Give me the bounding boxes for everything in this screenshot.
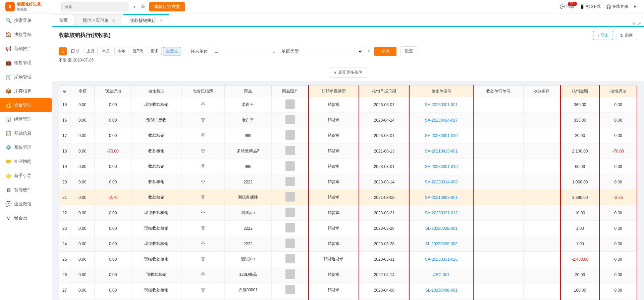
sidebar-item-wechat[interactable]: 💬 企业微信 bbox=[0, 197, 52, 211]
th-settings: ⚙ bbox=[59, 86, 70, 97]
doc-no-link[interactable]: SA-20210808-001 bbox=[425, 195, 458, 200]
doc-no-link[interactable]: SL-20230328-002 bbox=[425, 242, 458, 246]
voucher-type-select[interactable] bbox=[303, 47, 363, 56]
user-area[interactable]: Rit bbox=[634, 4, 639, 9]
table-row: 20 0.00 0.00 收款核销 否 2222 销货单 2023-03-14 … bbox=[59, 174, 637, 190]
table-row: 16 0.00 0.00 预付冲应收 否 老白干 销货单 2023-04-14 … bbox=[59, 113, 637, 128]
gear-icon[interactable]: ⚙ bbox=[141, 3, 145, 10]
doc-no-link[interactable]: SA-20230301-010 bbox=[425, 133, 458, 138]
date-custom-button[interactable]: 自定义 bbox=[163, 47, 181, 55]
td-balance: 0.00 bbox=[70, 236, 95, 252]
online-service-link[interactable]: 🎧 在线客服 bbox=[606, 4, 628, 9]
date-btn-more[interactable]: 更多 bbox=[148, 47, 162, 55]
doc-no-link[interactable]: SA-20230301-001 bbox=[425, 102, 458, 107]
td-cash-discount: 0.00 bbox=[95, 298, 131, 300]
td-doc-no[interactable]: ABC-001 bbox=[409, 267, 473, 283]
th-cash-discount: 现金折扣 bbox=[95, 86, 131, 97]
td-doc-no[interactable]: SA-20230301-010 bbox=[409, 159, 473, 174]
td-doc-no[interactable]: SA-20230331-026 bbox=[409, 252, 473, 267]
sidebar-item-finance[interactable]: 💰 资金管理 bbox=[0, 98, 52, 112]
query-button[interactable]: 查询 bbox=[374, 47, 396, 56]
sidebar-item-business[interactable]: 📊 经营管理 bbox=[0, 112, 52, 126]
search-input-top[interactable] bbox=[61, 2, 128, 11]
td-doc-no[interactable]: SA-20210808-001 bbox=[409, 190, 473, 205]
doc-no-link[interactable]: SL-20230328-001 bbox=[425, 226, 458, 231]
td-doc-no[interactable]: SA-20230414-017 bbox=[409, 113, 473, 128]
sidebar-item-hardware[interactable]: 🖥 智能硬件 bbox=[0, 183, 52, 197]
settings-button[interactable]: 设置 bbox=[400, 46, 417, 56]
td-doc-no[interactable]: SA-20230314-008 bbox=[409, 174, 473, 190]
date-btn-this-month[interactable]: 本月 bbox=[99, 47, 113, 55]
refresh-button[interactable]: ↻ 刷新 bbox=[616, 31, 637, 40]
doc-no-link[interactable]: ABC-001 bbox=[433, 272, 449, 277]
filter-expand-button[interactable]: » bbox=[59, 47, 67, 55]
td-doc-date: 2023-03-01 bbox=[359, 97, 409, 113]
doc-no-link[interactable]: SA-20230301-010 bbox=[425, 164, 458, 169]
td-cash-discount: 0.00 bbox=[95, 205, 131, 221]
td-discount: 0.00 bbox=[599, 252, 637, 267]
td-doc-no[interactable]: SA-20230301-010 bbox=[409, 128, 473, 143]
sidebar-item-search[interactable]: 🔍 搜索菜单 bbox=[0, 13, 52, 28]
td-doc-date: 2023-03-31 bbox=[359, 252, 409, 267]
doc-no-link[interactable]: SA-20230321-012 bbox=[425, 211, 458, 215]
sidebar-label-hardware: 智能硬件 bbox=[14, 187, 32, 193]
td-goods-img bbox=[271, 252, 309, 267]
td-amount: 1,000.00 bbox=[560, 174, 599, 190]
tab-collection-close[interactable]: ✕ bbox=[159, 18, 162, 23]
td-doc-no[interactable]: SL-20230328-001 bbox=[409, 221, 473, 236]
sidebar-item-guide[interactable]: 🌟 新手引导 bbox=[0, 169, 52, 183]
notification-area[interactable]: 💬 消息 99+ bbox=[560, 4, 574, 9]
expand-conditions-button[interactable]: ∨ 展开更多条件 bbox=[329, 67, 367, 78]
td-goods-img bbox=[271, 97, 309, 113]
doc-no-link[interactable]: SL-20230408-001 bbox=[425, 288, 458, 293]
td-include-settled: 否 bbox=[181, 267, 224, 283]
sidebar-item-basic[interactable]: 📋 基础信息 bbox=[0, 126, 52, 140]
brand-name: 畅捷通好生意 bbox=[17, 1, 41, 7]
tab-prepay-close[interactable]: ✕ bbox=[112, 18, 115, 23]
sidebar-item-purchase[interactable]: 🛒 采购管理 bbox=[0, 70, 52, 84]
table-row: 15 0.00 0.00 现结收款核销 否 老白干 销货单 2023-03-01… bbox=[59, 97, 637, 113]
tab-close-icon[interactable]: ✕ bbox=[632, 21, 636, 26]
tab-home-label: 首页 bbox=[59, 17, 68, 24]
tab-prepay[interactable]: 预付冲应付单 ✕ bbox=[75, 14, 122, 26]
td-receipt-no bbox=[473, 252, 523, 267]
td-receipt-no bbox=[473, 190, 523, 205]
td-doc-type: 销货单 bbox=[309, 97, 359, 113]
tab-collection[interactable]: 收款核销执行 ✕ bbox=[123, 14, 169, 26]
date-range-group: 上月 本月 本年 近7天 更多 自定义 bbox=[84, 47, 181, 55]
sidebar-item-sales[interactable]: 💼 销售管理 bbox=[0, 56, 52, 70]
export-button[interactable]: ↑ 导出 bbox=[593, 31, 613, 40]
sidebar-item-collab[interactable]: 🤝 企业协同 bbox=[0, 155, 52, 169]
sidebar-item-quicknav[interactable]: 🏠 快捷导航 bbox=[0, 28, 52, 42]
counterparty-input[interactable] bbox=[212, 47, 268, 56]
td-doc-no[interactable]: SA-20230321-012 bbox=[409, 205, 473, 221]
main-content: 首页 预付冲应付单 ✕ 收款核销执行 ✕ ✕ ⤢ 收款核销执行(按收款) bbox=[52, 13, 644, 300]
td-doc-no[interactable]: SL-20230408-001 bbox=[409, 283, 473, 298]
tab-home[interactable]: 首页 bbox=[52, 14, 75, 26]
date-btn-7days[interactable]: 近7天 bbox=[130, 47, 146, 55]
solution-button[interactable]: 体验行业方案 bbox=[149, 2, 185, 11]
td-discount: 0.00 bbox=[599, 174, 637, 190]
td-doc-type: 销货退货单 bbox=[309, 252, 359, 267]
app-download-link[interactable]: 📱 App下载 bbox=[580, 4, 601, 9]
sidebar-item-marketing[interactable]: 📢 营销推广 bbox=[0, 42, 52, 56]
doc-no-link[interactable]: SA-20230314-008 bbox=[425, 180, 458, 184]
date-btn-this-year[interactable]: 本年 bbox=[114, 47, 128, 55]
td-doc-no[interactable]: SA-20210813-001 bbox=[409, 143, 473, 159]
td-doc-date: 2021-08-08 bbox=[359, 190, 409, 205]
td-goods: 测试jun bbox=[224, 205, 271, 221]
table-scroll[interactable]: ⚙ 余额 现金折扣 核销类型 包含已结清 商品 商品图片 核销单据类型 核销单据… bbox=[59, 85, 637, 300]
sidebar-item-member[interactable]: V 畅会员 bbox=[0, 211, 52, 225]
td-doc-no[interactable]: SL-20230328-002 bbox=[409, 236, 473, 252]
td-doc-no[interactable]: SL-20230418-001 bbox=[409, 298, 473, 300]
sidebar-item-inventory[interactable]: 📦 库存核算 bbox=[0, 84, 52, 98]
doc-no-link[interactable]: SA-20210813-001 bbox=[425, 149, 458, 154]
td-doc-date: 2023-03-21 bbox=[359, 205, 409, 221]
doc-no-link[interactable]: SA-20230331-026 bbox=[425, 257, 458, 262]
counterparty-label: 往来单位 bbox=[191, 48, 208, 54]
tab-expand-icon[interactable]: ⤢ bbox=[637, 21, 641, 26]
doc-no-link[interactable]: SA-20230414-017 bbox=[425, 118, 458, 123]
sidebar-item-system[interactable]: ⚙️ 系统管理 bbox=[0, 140, 52, 155]
td-doc-no[interactable]: SA-20230301-001 bbox=[409, 97, 473, 113]
date-btn-last-month[interactable]: 上月 bbox=[84, 47, 98, 55]
